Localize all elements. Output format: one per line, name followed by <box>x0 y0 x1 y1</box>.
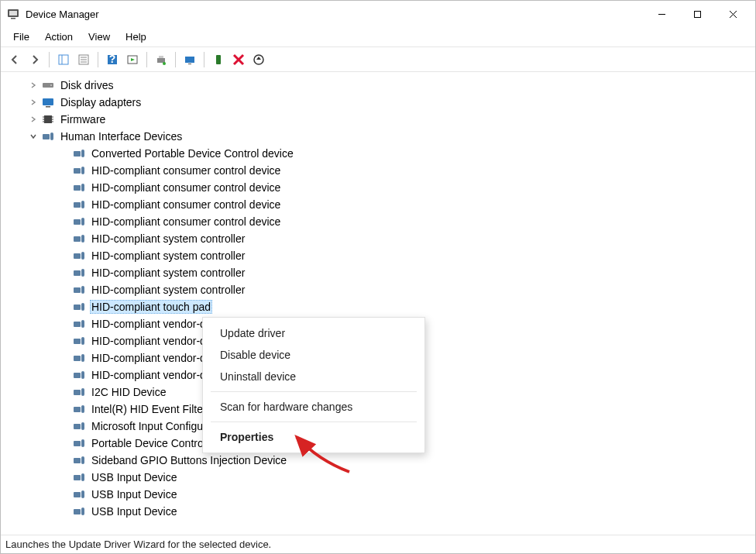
menu-action[interactable]: Action <box>37 29 81 45</box>
tree-category-display[interactable]: Display adapters <box>9 94 755 111</box>
tree-device-item[interactable]: USB Input Device <box>9 503 755 520</box>
svg-rect-47 <box>81 201 84 208</box>
tree-device-label: HID-compliant consumer control device <box>90 181 282 194</box>
scan-hardware-button[interactable] <box>180 50 199 69</box>
ctx-disable-device[interactable]: Disable device <box>203 344 424 366</box>
hid-device-icon <box>73 198 85 211</box>
tree-device-item[interactable]: USB Input Device <box>9 486 755 503</box>
ctx-update-driver[interactable]: Update driver <box>203 322 424 344</box>
svg-rect-71 <box>81 405 84 413</box>
svg-rect-42 <box>74 168 81 174</box>
help-toolbar-button[interactable]: ? <box>103 50 122 69</box>
tree-device-item[interactable]: HID-compliant system controller <box>9 230 755 247</box>
toolbar-separator <box>98 52 98 67</box>
svg-rect-80 <box>74 492 81 497</box>
tree-device-item[interactable]: HID-compliant consumer control device <box>9 179 755 196</box>
svg-rect-31 <box>44 115 52 123</box>
tree-pane: Disk drivesDisplay adaptersFirmwareHuman… <box>1 72 755 535</box>
menu-help[interactable]: Help <box>118 29 154 45</box>
svg-rect-82 <box>74 509 81 514</box>
hid-device-icon <box>73 267 85 279</box>
svg-rect-76 <box>74 458 81 463</box>
expander-spacer <box>59 404 70 415</box>
tree-category-firmware[interactable]: Firmware <box>9 111 755 128</box>
chevron-right-icon[interactable] <box>28 97 39 108</box>
tree-device-item[interactable]: Converted Portable Device Control device <box>9 145 755 162</box>
tree-category-disk[interactable]: Disk drives <box>9 77 755 94</box>
statusbar: Launches the Update Driver Wizard for th… <box>1 535 755 553</box>
tree-device-item[interactable]: HID-compliant system controller <box>9 247 755 264</box>
expander-spacer <box>59 233 70 244</box>
ctx-properties[interactable]: Properties <box>203 426 424 448</box>
ctx-uninstall-device[interactable]: Uninstall device <box>203 366 424 387</box>
svg-point-19 <box>163 62 166 65</box>
svg-rect-61 <box>81 320 84 328</box>
minimize-button[interactable] <box>644 2 679 26</box>
chevron-right-icon[interactable] <box>28 114 39 125</box>
tree-device-item[interactable]: HID-compliant consumer control device <box>9 213 755 230</box>
update-driver-toolbar-button[interactable] <box>249 50 268 69</box>
svg-marker-16 <box>131 58 135 61</box>
expander-spacer <box>59 370 70 380</box>
svg-rect-69 <box>81 388 84 396</box>
disable-device-button[interactable] <box>229 50 248 69</box>
toolbar-separator <box>146 52 147 67</box>
tree-device-label: HID-compliant system controller <box>90 249 246 262</box>
svg-rect-51 <box>81 235 84 243</box>
expander-spacer <box>59 284 70 295</box>
close-button[interactable] <box>715 2 751 26</box>
expander-spacer <box>59 472 70 483</box>
svg-rect-7 <box>59 55 68 64</box>
tree-category-hid[interactable]: Human Interface Devices <box>9 128 755 145</box>
tree-device-item[interactable]: HID-compliant system controller <box>9 281 755 298</box>
tree-device-item[interactable]: USB Input Device <box>9 469 755 486</box>
expander-spacer <box>59 318 70 329</box>
tree-device-label: HID-compliant system controller <box>90 284 246 296</box>
expander-spacer <box>59 438 70 449</box>
svg-rect-4 <box>694 11 700 17</box>
device-tree[interactable]: Disk drivesDisplay adaptersFirmwareHuman… <box>1 72 755 535</box>
window-title: Device Manager <box>26 9 99 20</box>
svg-rect-59 <box>81 303 84 311</box>
tree-device-label: Converted Portable Device Control device <box>90 147 295 160</box>
tree-device-item[interactable]: HID-compliant system controller <box>9 264 755 281</box>
forward-button[interactable] <box>26 50 44 69</box>
hid-device-icon <box>73 164 85 177</box>
svg-rect-63 <box>81 337 84 345</box>
action-toolbar-button[interactable] <box>123 50 142 69</box>
properties-toolbar-button[interactable] <box>74 50 93 69</box>
menu-file[interactable]: File <box>5 29 37 45</box>
expander-spacer <box>59 353 70 363</box>
svg-rect-1 <box>9 11 17 15</box>
menu-view[interactable]: View <box>81 29 118 45</box>
hid-device-icon <box>73 471 85 483</box>
expander-spacer <box>59 250 70 261</box>
svg-rect-56 <box>74 287 81 293</box>
svg-rect-54 <box>74 270 81 276</box>
chevron-right-icon[interactable] <box>28 80 39 91</box>
svg-rect-78 <box>74 475 81 480</box>
svg-rect-22 <box>216 55 221 64</box>
enable-device-button[interactable] <box>209 50 228 69</box>
hid-device-icon <box>73 369 85 381</box>
tree-device-item[interactable]: HID-compliant touch pad <box>9 298 755 315</box>
hid-device-icon <box>73 249 85 262</box>
expander-spacer <box>59 387 70 397</box>
expander-spacer <box>59 216 70 227</box>
svg-rect-65 <box>81 354 84 362</box>
tree-device-item[interactable]: HID-compliant consumer control device <box>9 162 755 179</box>
chevron-down-icon[interactable] <box>28 131 39 142</box>
tree-device-item[interactable]: HID-compliant consumer control device <box>9 196 755 213</box>
titlebar: Device Manager <box>1 1 755 27</box>
toolbar: ? <box>1 47 755 72</box>
hid-device-icon <box>73 386 85 398</box>
print-button[interactable] <box>152 50 170 69</box>
tree-category-label: Human Interface Devices <box>59 130 184 143</box>
tree-category-label: Display adapters <box>59 96 143 108</box>
svg-rect-70 <box>74 407 81 412</box>
back-button[interactable] <box>5 50 24 69</box>
tree-device-item[interactable]: Sideband GPIO Buttons Injection Device <box>9 452 755 469</box>
ctx-scan-hardware[interactable]: Scan for hardware changes <box>203 396 424 418</box>
maximize-button[interactable] <box>679 2 715 26</box>
show-hide-tree-button[interactable] <box>54 50 73 69</box>
